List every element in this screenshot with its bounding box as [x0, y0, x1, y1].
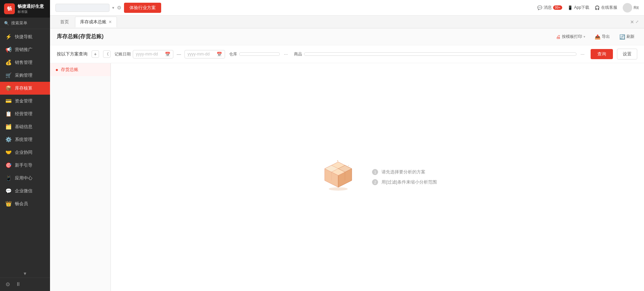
user-name: Rit: [634, 5, 639, 10]
sub-nav-inventory-ledger[interactable]: ● 存货总账: [50, 63, 110, 76]
sidebar-item-guide[interactable]: 🎯 新手引导: [0, 159, 50, 172]
page-header: 库存总账(存货总账) 🖨 按模板打印 ▾ 📤 导出 🔄 刷新: [50, 28, 644, 45]
page-actions: 🖨 按模板打印 ▾ 📤 导出 🔄 刷新: [553, 32, 637, 41]
sidebar-item-finance[interactable]: 💳 资金管理: [0, 95, 50, 107]
logo-area: 畅 畅捷通好生意 标准版: [0, 0, 50, 18]
vip-icon: 👑: [5, 201, 11, 207]
sidebar-item-operations[interactable]: 📋 经营管理: [0, 107, 50, 120]
online-service-label: 在线客服: [601, 5, 617, 10]
warehouse-more-icon[interactable]: ···: [282, 51, 290, 57]
sidebar-item-purchase[interactable]: 🛒 采购管理: [0, 69, 50, 82]
sidebar-item-marketing[interactable]: 📢 营销推广: [0, 43, 50, 56]
page-body: 库存总账(存货总账) 🖨 按模板打印 ▾ 📤 导出 🔄 刷新 按以下方案查: [50, 28, 644, 291]
product-input[interactable]: [304, 52, 577, 56]
print-btn[interactable]: 🖨 按模板打印 ▾: [553, 32, 588, 41]
dropdown-chevron-icon[interactable]: ▾: [112, 5, 114, 10]
hint-text-1: 请先选择要分析的方案: [381, 169, 425, 175]
user-area[interactable]: Rit: [623, 3, 639, 13]
tabbar-close-btn[interactable]: ✕ ⤢: [630, 19, 639, 25]
filter-collapse-btn[interactable]: 《: [103, 50, 110, 58]
sidebar-item-basic[interactable]: 🗂️ 基础信息: [0, 120, 50, 133]
guide-label: 新手引导: [15, 162, 32, 168]
export-btn[interactable]: 📤 导出: [592, 32, 613, 41]
query-btn[interactable]: 查询: [591, 49, 613, 59]
sidebar-search[interactable]: 🔍 搜索菜单: [0, 18, 50, 29]
operations-label: 经营管理: [15, 111, 32, 117]
sidebar-scroll-down[interactable]: ▼: [0, 270, 50, 277]
filter-add-btn[interactable]: +: [92, 50, 99, 58]
inventory-icon: 📦: [5, 85, 11, 91]
date-separator: —: [175, 52, 182, 57]
hint-num-2: 2: [372, 179, 378, 185]
tabbar: 首页 库存成本总账 ✕ ✕ ⤢: [50, 16, 644, 28]
vip-label: 畅会员: [15, 201, 28, 207]
expand-icon[interactable]: ⤢: [636, 20, 639, 24]
sidebar-item-enterprise[interactable]: 🤝 企业协同: [0, 146, 50, 159]
sidebar-item-wechat[interactable]: 💬 企业微信: [0, 185, 50, 197]
app-download-action[interactable]: 📱 App下载: [568, 5, 589, 10]
messages-action[interactable]: 💬 消息 99+: [537, 5, 562, 10]
sidebar-item-apps[interactable]: 📱 应用中心: [0, 172, 50, 185]
tab-home-label: 首页: [60, 19, 69, 24]
operations-icon: 📋: [5, 111, 11, 117]
svg-text:✦: ✦: [337, 160, 339, 163]
refresh-btn[interactable]: 🔄 刷新: [617, 32, 637, 41]
empty-state: ✦ ✦ 1 请先选择要分析的方案 2 用[过滤]条: [111, 63, 644, 291]
search-label: 搜索菜单: [11, 20, 27, 26]
ledger-label: 存货总账: [61, 67, 78, 73]
hint-item-1: 1 请先选择要分析的方案: [372, 169, 437, 175]
tab-close-icon[interactable]: ✕: [108, 20, 112, 24]
industry-btn[interactable]: 体验行业方案: [124, 3, 161, 13]
finance-label: 资金管理: [15, 98, 32, 104]
online-service-action[interactable]: 🎧 在线客服: [595, 5, 617, 10]
sidebar-footer: ⚙ ⏸: [0, 277, 50, 291]
apps-label: 应用中心: [15, 175, 32, 181]
product-field-label: 商品: [294, 51, 302, 57]
tab-inventory-cost-label: 库存成本总账: [80, 19, 106, 25]
search-icon: 🔍: [4, 21, 9, 26]
print-dropdown-icon[interactable]: ▾: [584, 35, 585, 39]
page-title: 库存总账(存货总账): [57, 33, 104, 40]
print-label: 按模板打印: [562, 34, 582, 40]
close-all-icon[interactable]: ✕: [630, 19, 634, 25]
date-field-label: 记账日期: [115, 51, 131, 57]
enterprise-label: 企业协同: [15, 149, 32, 155]
basic-icon: 🗂️: [5, 124, 11, 130]
version-label: 标准版: [18, 9, 44, 14]
sidebar-item-sales[interactable]: 💰 销售管理: [0, 56, 50, 69]
refresh-label: 刷新: [626, 34, 635, 40]
ledger-icon: ●: [55, 67, 58, 72]
empty-illustration: ✦ ✦: [318, 157, 358, 197]
messages-label: 消息: [544, 5, 552, 10]
warehouse-input[interactable]: [239, 52, 280, 56]
warehouse-filter-group: 仓库 ···: [229, 51, 290, 57]
calendar-from-icon[interactable]: 📅: [165, 52, 170, 57]
sidebar-toggle-icon[interactable]: ⏸: [16, 281, 21, 288]
breadcrumb-input[interactable]: [55, 4, 109, 12]
sidebar: 畅 畅捷通好生意 标准版 🔍 搜索菜单 ⚡ 快捷导航 📢 营销推广 💰 销售管理…: [0, 0, 50, 291]
product-more-icon[interactable]: ···: [578, 51, 587, 57]
inventory-label: 库存核算: [15, 85, 32, 91]
tab-inventory-cost[interactable]: 库存成本总账 ✕: [75, 17, 117, 27]
settings-icon[interactable]: ⚙: [5, 281, 10, 288]
filter-row: 记账日期 yyyy-mm-dd 📅 — yyyy-mm-dd 📅 仓库: [115, 49, 637, 59]
warehouse-field-label: 仓库: [229, 51, 237, 57]
headset-icon: 🎧: [595, 5, 600, 10]
date-to-input[interactable]: yyyy-mm-dd 📅: [184, 50, 225, 58]
sidebar-item-system[interactable]: ⚙️ 系统管理: [0, 133, 50, 146]
settings-btn[interactable]: 设置: [617, 49, 637, 59]
apps-icon: 📱: [5, 175, 11, 181]
purchase-label: 采购管理: [15, 72, 32, 78]
sidebar-item-quick-nav[interactable]: ⚡ 快捷导航: [0, 30, 50, 43]
wechat-label: 企业微信: [15, 188, 32, 194]
date-from-input[interactable]: yyyy-mm-dd 📅: [133, 50, 173, 58]
sidebar-item-vip[interactable]: 👑 畅会员: [0, 197, 50, 210]
calendar-to-icon[interactable]: 📅: [217, 52, 222, 57]
main-area: ▾ ⚙ 体验行业方案 💬 消息 99+ 📱 App下载 🎧 在线客服 Rit: [50, 0, 644, 291]
svg-point-9: [329, 187, 348, 191]
brand-name: 畅捷通好生意: [18, 3, 44, 9]
tab-home[interactable]: 首页: [55, 17, 74, 27]
sidebar-item-inventory[interactable]: 📦 库存核算: [0, 82, 50, 95]
gear-icon[interactable]: ⚙: [117, 5, 121, 11]
hint-item-2: 2 用[过滤]条件来缩小分析范围: [372, 179, 437, 185]
